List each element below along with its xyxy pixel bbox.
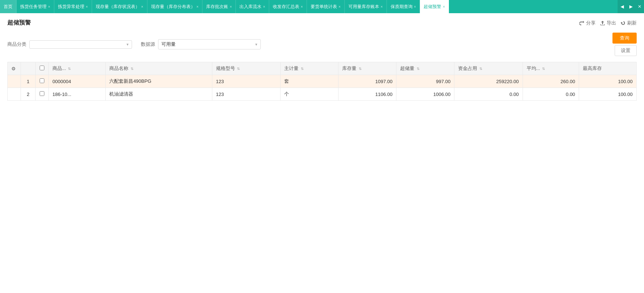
share-button[interactable]: 分享	[579, 20, 596, 26]
datasource-select[interactable]: 可用量 ▾	[158, 39, 261, 49]
close-icon[interactable]: ×	[230, 5, 232, 9]
col-avg-header[interactable]: 平均... ⇅	[523, 62, 579, 75]
page-title: 超储预警	[7, 19, 31, 27]
col-spec-header[interactable]: 规格型号 ⇅	[212, 62, 280, 75]
settings-button[interactable]: 设置	[615, 45, 637, 56]
row-product-code: 186-10...	[49, 88, 106, 101]
table-row: 1 0000004 六配套新昌490BPG 123 套 1097.00 997.…	[8, 75, 637, 88]
col-overstock-header[interactable]: 超储量 ⇅	[396, 62, 454, 75]
row-check-cell[interactable]	[36, 75, 49, 88]
row-unit: 个	[280, 88, 338, 101]
refresh-button[interactable]: 刷新	[621, 20, 637, 26]
nav-home[interactable]: 首页	[0, 0, 17, 13]
nav-close-button[interactable]: ✕	[635, 0, 644, 13]
refresh-icon	[621, 21, 626, 26]
chevron-down-icon: ▾	[255, 42, 257, 47]
select-all-checkbox[interactable]	[40, 66, 44, 70]
category-select[interactable]: ▾	[29, 40, 132, 49]
sort-icon: ⇅	[68, 67, 71, 71]
sort-icon: ⇅	[359, 67, 362, 71]
nav-inventory-status[interactable]: 现存量（库存状况表） ×	[92, 0, 147, 13]
nav-available-account[interactable]: 可用量库存账本 ×	[345, 0, 387, 13]
table-body: 1 0000004 六配套新昌490BPG 123 套 1097.00 997.…	[8, 75, 637, 101]
sort-icon: ⇅	[479, 67, 482, 71]
top-nav: 首页 拣货任务管理 × 拣货异常处理 × 现存量（库存状况表） × 现存量（库存…	[0, 0, 644, 13]
sort-icon: ⇅	[131, 67, 133, 71]
row-max-stock: 100.00	[579, 75, 637, 88]
nav-order-stats[interactable]: 要货单统计表 ×	[307, 0, 345, 13]
col-settings-header[interactable]: ⚙	[8, 62, 21, 75]
share-icon	[579, 21, 585, 26]
row-checkbox[interactable]	[40, 91, 44, 96]
row-product-name: 六配套新昌490BPG	[106, 75, 212, 88]
col-product-name-header[interactable]: 商品名称 ⇅	[106, 62, 212, 75]
close-icon[interactable]: ×	[381, 5, 383, 9]
title-actions: 分享 导出 刷新	[579, 20, 637, 26]
row-seq-cell: 2	[21, 88, 36, 101]
sort-icon: ⇅	[417, 67, 420, 71]
category-label: 商品分类	[7, 41, 26, 48]
row-avg: 260.00	[523, 75, 579, 88]
export-icon	[600, 21, 605, 26]
close-icon[interactable]: ×	[86, 5, 88, 9]
col-capital-header[interactable]: 资金占用 ⇅	[454, 62, 523, 75]
nav-next-button[interactable]: ▶	[626, 0, 635, 13]
table-header-row: ⚙ 商品... ⇅ 商品名称 ⇅ 规格型号 ⇅	[8, 62, 637, 75]
close-icon[interactable]: ×	[301, 5, 303, 9]
row-overstock: 997.00	[396, 75, 454, 88]
page-title-bar: 超储预警 分享 导出 刷新	[7, 19, 637, 27]
close-icon[interactable]: ×	[414, 5, 416, 9]
close-icon[interactable]: ×	[48, 5, 50, 9]
col-stock-header[interactable]: 库存量 ⇅	[339, 62, 396, 75]
gear-icon: ⚙	[11, 66, 16, 71]
nav-arrows: ◀ ▶ ✕	[618, 0, 644, 13]
datasource-value: 可用量	[161, 41, 176, 48]
nav-inventory-dist[interactable]: 现存量（库存分布表） ×	[147, 0, 203, 13]
export-button[interactable]: 导出	[600, 20, 616, 26]
row-max-stock: 100.00	[579, 88, 637, 101]
page-content: 超储预警 分享 导出 刷新 商品分类 ▾ 数据源	[0, 13, 644, 107]
table-row: 2 186-10... 机油滤清器 123 个 1106.00 1006.00 …	[8, 88, 637, 101]
col-product-code-header[interactable]: 商品... ⇅	[49, 62, 106, 75]
row-stock: 1097.00	[339, 75, 396, 88]
nav-task-mgmt[interactable]: 拣货任务管理 ×	[17, 0, 54, 13]
row-overstock: 1006.00	[396, 88, 454, 101]
nav-recv-summary[interactable]: 收发存汇总表 ×	[269, 0, 307, 13]
row-capital: 259220.00	[454, 75, 523, 88]
row-spec: 123	[212, 75, 280, 88]
close-icon[interactable]: ×	[443, 5, 445, 9]
nav-overstock[interactable]: 超储预警 ×	[420, 0, 449, 13]
filter-bar: 商品分类 ▾ 数据源 可用量 ▾ 查询 设置	[7, 33, 637, 56]
row-avg: 0.00	[523, 88, 579, 101]
category-filter-group: 商品分类 ▾	[7, 40, 132, 49]
col-check-header	[36, 62, 49, 75]
row-capital: 0.00	[454, 88, 523, 101]
row-settings-cell	[8, 88, 21, 101]
row-unit: 套	[280, 75, 338, 88]
close-icon[interactable]: ×	[197, 5, 199, 9]
nav-prev-button[interactable]: ◀	[618, 0, 626, 13]
row-checkbox[interactable]	[40, 78, 44, 83]
close-icon[interactable]: ×	[339, 5, 341, 9]
sort-icon: ⇅	[301, 67, 304, 71]
data-table: ⚙ 商品... ⇅ 商品名称 ⇅ 规格型号 ⇅	[7, 62, 637, 101]
nav-expiry[interactable]: 保质期查询 ×	[387, 0, 420, 13]
row-product-name: 机油滤清器	[106, 88, 212, 101]
sort-icon: ⇅	[237, 67, 240, 71]
filter-right-buttons: 查询 设置	[612, 33, 637, 56]
row-stock: 1106.00	[339, 88, 396, 101]
row-product-code: 0000004	[49, 75, 106, 88]
query-button[interactable]: 查询	[612, 33, 637, 44]
row-seq-cell: 1	[21, 75, 36, 88]
row-check-cell[interactable]	[36, 88, 49, 101]
nav-batch-account[interactable]: 库存批次账 ×	[202, 0, 236, 13]
close-icon[interactable]: ×	[263, 5, 265, 9]
col-max-stock-header: 最高库存	[579, 62, 637, 75]
close-icon[interactable]: ×	[141, 5, 143, 9]
nav-inout-flow[interactable]: 出入库流水 ×	[236, 0, 269, 13]
datasource-filter-group: 数据源 可用量 ▾	[141, 39, 261, 49]
nav-abnormal[interactable]: 拣货异常处理 ×	[54, 0, 92, 13]
chevron-down-icon: ▾	[127, 42, 129, 47]
sort-icon: ⇅	[542, 67, 545, 71]
col-unit-header[interactable]: 主计量 ⇅	[280, 62, 338, 75]
